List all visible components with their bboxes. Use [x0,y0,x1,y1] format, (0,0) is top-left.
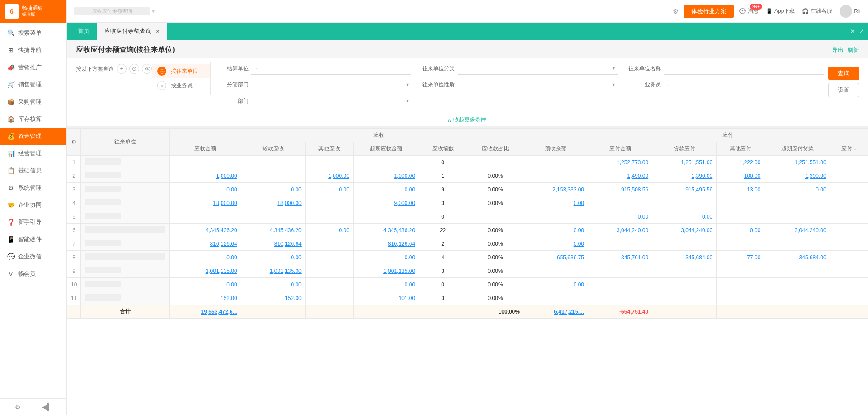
tab-close-1[interactable]: ✕ [156,29,160,34]
row-loan_receivable-3[interactable]: 18,000.00 [241,196,305,210]
scheme-item-salesman[interactable]: ○ 按业务员 [152,78,210,93]
filter-target-button[interactable]: ⊙ [129,64,139,74]
row-payable_amount-2[interactable]: 915,508.56 [588,183,652,196]
row-overdue_payable-7[interactable]: 345,684.00 [764,251,830,264]
footer-advance-balance[interactable]: 6,417,215.... [524,305,588,319]
row-loan_receivable-2[interactable]: 0.00 [241,183,305,196]
row-loan_receivable-8[interactable]: 1,001,135.00 [241,264,305,278]
settings-footer-icon[interactable]: ⚙ [15,403,21,410]
messages-button[interactable]: 💬 消息 99+ [739,7,759,15]
field-input-partner-name[interactable] [664,62,824,75]
row-overdue_receivable-2[interactable]: 0.00 [353,183,419,196]
settings-button[interactable]: 设置 [828,83,859,97]
sidebar-item-资金管理[interactable]: 💰 资金管理 [0,128,66,145]
row-overdue_payable-0[interactable]: 1,251,551.00 [764,156,830,169]
row-other_payable-5[interactable]: 0.00 [717,224,764,237]
footer-receivable-amount[interactable]: 19,553,472,6... [170,305,241,319]
row-advance-2[interactable]: 2,153,333.00 [524,183,588,196]
row-overdue_receivable-10[interactable]: 101.00 [353,291,419,305]
row-other_receivable-1[interactable]: 1,000.00 [305,169,353,183]
close-window-button[interactable]: ✕ [850,28,855,35]
row-overdue_receivable-6[interactable]: 810,126.64 [353,237,419,251]
row-receivable_amount-7[interactable]: 0.00 [170,251,241,264]
sidebar-item-营销推广[interactable]: 📣 营销推广 [0,59,66,76]
field-input-partner-category[interactable]: ▾ [458,62,618,75]
query-button[interactable]: 查询 [828,67,859,80]
row-overdue_payable-2[interactable]: 0.00 [764,183,830,196]
row-overdue_payable-1[interactable]: 1,390.00 [764,169,830,183]
row-overdue_receivable-5[interactable]: 4,345,436.20 [353,224,419,237]
row-loan_receivable-7[interactable]: 0.00 [241,251,305,264]
row-loan_payable-2[interactable]: 915,495.56 [652,183,717,196]
row-payable_amount-0[interactable]: 1,252,773.00 [588,156,652,169]
row-other_payable-7[interactable]: 77.00 [717,251,764,264]
sidebar-item-系统管理[interactable]: ⚙ 系统管理 [0,179,66,196]
row-receivable_amount-2[interactable]: 0.00 [170,183,241,196]
filter-collapse-btn[interactable]: ∧ 收起更多条件 [67,113,868,126]
fullscreen-button[interactable]: ⤢ [859,28,864,35]
scheme-item-partner[interactable]: ㊉ 按往来单位 [152,64,210,78]
row-loan_payable-1[interactable]: 1,390.00 [652,169,717,183]
row-other_payable-1[interactable]: 100.00 [717,169,764,183]
online-service-button[interactable]: 🎧 在线客服 [802,7,832,15]
sidebar-item-快捷导航[interactable]: ⊞ 快捷导航 [0,42,66,59]
row-overdue_receivable-9[interactable]: 0.00 [353,278,419,291]
row-overdue_receivable-8[interactable]: 1,001,135.00 [353,264,419,278]
sidebar-item-搜索菜单[interactable]: 🔍 搜索菜单 [0,24,66,42]
row-receivable_amount-3[interactable]: 18,000.00 [170,196,241,210]
row-loan_receivable-5[interactable]: 4,345,436.20 [241,224,305,237]
sidebar-item-经营管理[interactable]: 📊 经营管理 [0,145,66,162]
solution-button[interactable]: 体验行业方案 [684,5,734,18]
refresh-button[interactable]: 刷新 [847,46,859,54]
row-overdue_receivable-7[interactable]: 0.00 [353,251,419,264]
user-profile[interactable]: Rit [840,5,861,18]
row-other_receivable-5[interactable]: 0.00 [305,224,353,237]
app-download-button[interactable]: 📱 App下载 [766,7,795,15]
row-advance-5[interactable]: 0.00 [524,224,588,237]
col-settings-header[interactable]: ⚙ [67,129,81,156]
row-payable_amount-5[interactable]: 3,044,240.00 [588,224,652,237]
sidebar-item-新手引导[interactable]: ❓ 新手引导 [0,214,66,231]
row-loan_payable-5[interactable]: 3,044,240.00 [652,224,717,237]
row-advance-6[interactable]: 0.00 [524,237,588,251]
row-advance-7[interactable]: 655,636.75 [524,251,588,264]
row-loan_payable-7[interactable]: 345,684.00 [652,251,717,264]
row-advance-9[interactable]: 0.00 [524,278,588,291]
field-input-partner-nature[interactable]: ▾ [458,78,618,91]
sidebar-item-采购管理[interactable]: 📦 采购管理 [0,93,66,110]
sidebar-item-企业协同[interactable]: 🤝 企业协同 [0,196,66,214]
field-input-dept[interactable]: ▾ [251,78,411,91]
row-payable_amount-4[interactable]: 0.00 [588,210,652,224]
row-loan_receivable-10[interactable]: 152.00 [241,291,305,305]
sidebar-item-销售管理[interactable]: 🛒 销售管理 [0,76,66,93]
row-overdue_receivable-3[interactable]: 9,000.00 [353,196,419,210]
row-advance-3[interactable]: 0.00 [524,196,588,210]
row-other_receivable-2[interactable]: 0.00 [305,183,353,196]
sidebar-item-库存核算[interactable]: 🏠 库存核算 [0,110,66,128]
sidebar-item-基础信息[interactable]: 📋 基础信息 [0,162,66,179]
row-receivable_amount-9[interactable]: 0.00 [170,278,241,291]
sidebar-item-企业微信[interactable]: 💬 企业微信 [0,248,66,265]
row-receivable_amount-8[interactable]: 1,001,135.00 [170,264,241,278]
filter-collapse-left[interactable]: ≪ [142,64,152,74]
tab-1[interactable]: 应收应付余额查询✕ [97,23,167,40]
row-overdue_payable-5[interactable]: 3,044,240.00 [764,224,830,237]
sidebar-item-智能硬件[interactable]: 📱 智能硬件 [0,231,66,248]
row-other_payable-2[interactable]: 13.00 [717,183,764,196]
row-other_payable-0[interactable]: 1,222.00 [717,156,764,169]
field-input-salesman[interactable]: ··· [664,78,824,91]
row-loan_payable-4[interactable]: 0.00 [652,210,717,224]
row-loan_payable-0[interactable]: 1,251,551.00 [652,156,717,169]
topbar-gear-icon[interactable]: ⚙ [673,8,679,15]
collapse-icon[interactable]: ◀▌ [42,403,52,410]
row-payable_amount-1[interactable]: 1,490.00 [588,169,652,183]
tab-0[interactable]: 首页 [71,23,97,40]
row-payable_amount-7[interactable]: 345,761.00 [588,251,652,264]
row-receivable_amount-1[interactable]: 1,000.00 [170,169,241,183]
export-button[interactable]: 导出 [832,46,844,54]
row-receivable_amount-6[interactable]: 810,126.64 [170,237,241,251]
row-receivable_amount-10[interactable]: 152.00 [170,291,241,305]
row-receivable_amount-5[interactable]: 4,345,436.20 [170,224,241,237]
row-loan_receivable-6[interactable]: 810,126.64 [241,237,305,251]
row-loan_receivable-9[interactable]: 0.00 [241,278,305,291]
